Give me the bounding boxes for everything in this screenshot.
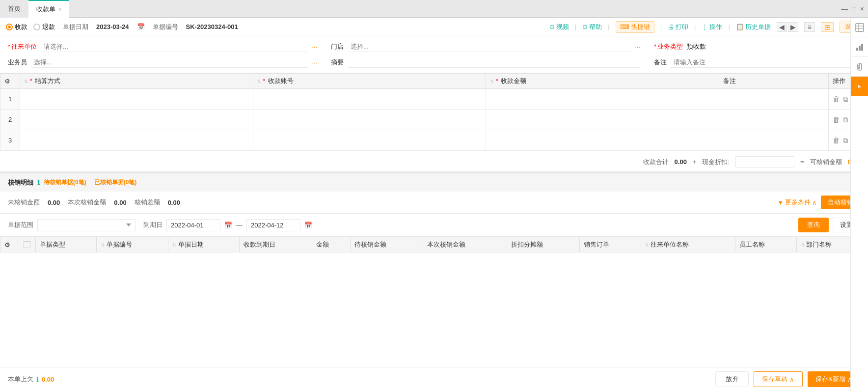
close-button[interactable]: × bbox=[860, 5, 864, 13]
bth-checkbox bbox=[18, 237, 36, 252]
range-label: 单据范围 bbox=[8, 221, 33, 229]
radio-receipt-dot bbox=[6, 24, 13, 30]
calendar-icon[interactable]: 📅 bbox=[137, 23, 145, 30]
search-row: 单据范围 到期日 📅 — 📅 查询 设置 bbox=[0, 214, 868, 237]
bth-settings[interactable]: ⚙ bbox=[0, 237, 18, 252]
due-label: 到期日 bbox=[143, 221, 163, 229]
footer: 本单上欠 ℹ 0.00 放弃 保存草稿 ∧ 保存&新增 ∧ bbox=[0, 367, 868, 391]
verify-info-icon[interactable]: ℹ bbox=[37, 179, 40, 186]
remark-input[interactable] bbox=[671, 57, 860, 68]
radio-receipt[interactable]: 收款 bbox=[6, 23, 27, 31]
total-value: 0.00 bbox=[675, 158, 687, 166]
copy-icon-2[interactable]: ⧉ bbox=[843, 115, 848, 124]
sidebar-cursor-icon[interactable] bbox=[851, 77, 868, 96]
nav-prev[interactable]: ◀ bbox=[777, 22, 787, 32]
th-amount: ⇅ * 收款金额 bbox=[486, 74, 719, 89]
th-settings[interactable]: ⚙ bbox=[0, 74, 20, 89]
bth-staff: 员工名称 bbox=[735, 237, 796, 252]
discard-button[interactable]: 放弃 bbox=[715, 371, 749, 387]
tab-close-icon[interactable]: × bbox=[58, 6, 61, 12]
radio-refund[interactable]: 退款 bbox=[33, 23, 55, 31]
main-content: 收款 退款 单据日期 2023-03-24 📅 单据编号 SK-20230324… bbox=[0, 18, 868, 391]
unverified-label: 未核销金额 bbox=[8, 198, 40, 207]
sidebar-clip-icon[interactable] bbox=[851, 57, 868, 77]
print-link[interactable]: 🖨 打印 bbox=[668, 23, 688, 31]
summary-input[interactable] bbox=[348, 57, 640, 68]
cell-settlement-3[interactable] bbox=[20, 130, 253, 151]
menu-icon[interactable]: ≡ bbox=[804, 22, 815, 32]
nav-next[interactable]: ▶ bbox=[788, 22, 798, 32]
verify-tab-pending[interactable]: 待核销单据(0笔) bbox=[44, 177, 86, 188]
delete-icon-3[interactable]: 🗑 bbox=[833, 136, 840, 144]
delete-icon-2[interactable]: 🗑 bbox=[833, 115, 840, 124]
history-link[interactable]: 📋 历史单据 bbox=[736, 23, 771, 31]
more-conditions-link[interactable]: ▼ 更多条件 ∧ bbox=[777, 198, 817, 207]
tab-active[interactable]: 收款单 × bbox=[28, 0, 69, 18]
cell-amount-2[interactable] bbox=[486, 110, 719, 130]
cell-account-3[interactable] bbox=[253, 130, 486, 151]
menu-grid-icon[interactable]: ⊞ bbox=[821, 22, 834, 32]
save-draft-button[interactable]: 保存草稿 ∧ bbox=[754, 371, 803, 387]
svg-rect-4 bbox=[856, 48, 858, 51]
delete-icon-1[interactable]: 🗑 bbox=[833, 95, 840, 103]
tab-bar: 首页 收款单 × — □ × bbox=[0, 0, 868, 18]
cell-account-1[interactable] bbox=[253, 89, 486, 110]
discount-input[interactable] bbox=[735, 156, 794, 168]
cell-remark-1[interactable] bbox=[719, 89, 829, 110]
video-link[interactable]: ⊙ 视频 bbox=[549, 23, 569, 31]
staff-more-icon[interactable]: ··· bbox=[312, 59, 317, 66]
shortcut-link[interactable]: ⌨ 快捷键 bbox=[616, 21, 654, 33]
query-button[interactable]: 查询 bbox=[798, 218, 829, 232]
toolbar: 收款 退款 单据日期 2023-03-24 📅 单据编号 SK-20230324… bbox=[0, 18, 868, 36]
tab-home[interactable]: 首页 bbox=[0, 0, 28, 18]
bth-amount: 金额 bbox=[312, 237, 351, 252]
select-all-checkbox[interactable] bbox=[24, 241, 30, 248]
staff-label: 业务员 bbox=[8, 58, 27, 67]
staff-input[interactable] bbox=[31, 57, 308, 68]
cell-remark-2[interactable] bbox=[719, 110, 829, 130]
copy-icon-1[interactable]: ⧉ bbox=[843, 95, 848, 104]
minimize-button[interactable]: — bbox=[841, 5, 848, 13]
help-link[interactable]: ⊙ 帮助 bbox=[582, 23, 602, 31]
verify-section-divider: 核销明细 ℹ 待核销单据(0笔) 已核销单据(0笔) bbox=[0, 171, 868, 192]
copy-icon-3[interactable]: ⧉ bbox=[843, 136, 848, 145]
filter-icon: ▼ bbox=[777, 199, 784, 206]
partner-input[interactable] bbox=[41, 41, 308, 52]
cell-account-2[interactable] bbox=[253, 110, 486, 130]
cell-remark-3[interactable] bbox=[719, 130, 829, 151]
sidebar-table-icon[interactable] bbox=[851, 18, 868, 37]
window-controls: — □ × bbox=[841, 5, 868, 13]
radio-refund-dot bbox=[33, 24, 40, 30]
bottom-table: ⚙ 单据类型 ⇅ 单据编号 bbox=[0, 237, 868, 252]
range-field: 单据范围 bbox=[8, 219, 136, 231]
draft-chevron-icon: ∧ bbox=[789, 376, 794, 383]
bottom-table-wrap: ⚙ 单据类型 ⇅ 单据编号 bbox=[0, 237, 868, 367]
maximize-button[interactable]: □ bbox=[852, 5, 856, 13]
shop-input[interactable] bbox=[348, 41, 631, 52]
date-start-calendar-icon[interactable]: 📅 bbox=[224, 222, 232, 229]
partner-more-icon[interactable]: ··· bbox=[312, 43, 317, 51]
cell-amount-1[interactable] bbox=[486, 89, 719, 110]
main-wrap: 收款 退款 单据日期 2023-03-24 📅 单据编号 SK-20230324… bbox=[0, 18, 868, 391]
operation-link[interactable]: ⋮ 操作 bbox=[702, 23, 722, 31]
content-with-sidebar: 收款 退款 单据日期 2023-03-24 📅 单据编号 SK-20230324… bbox=[0, 18, 868, 391]
bth-bill-no: ⇅ 单据编号 bbox=[97, 237, 168, 252]
partner-label: *往来单位 bbox=[8, 42, 37, 51]
date-start-input[interactable] bbox=[166, 219, 220, 231]
cell-amount-3[interactable] bbox=[486, 130, 719, 151]
shop-more-icon[interactable]: ··· bbox=[635, 43, 640, 51]
main-table: ⚙ ⇅ * 结算方式 ⇅ * 收款账号 bbox=[0, 73, 868, 151]
verifiable-label: 可核销金额 bbox=[810, 158, 842, 167]
verify-tabs: 待核销单据(0笔) 已核销单据(0笔) bbox=[44, 177, 136, 188]
staff-section: 业务员 ··· bbox=[8, 57, 317, 68]
equals-sign: = bbox=[800, 158, 804, 166]
sep4: | bbox=[694, 23, 696, 30]
cell-settlement-1[interactable] bbox=[20, 89, 253, 110]
sidebar-chart-icon[interactable] bbox=[851, 37, 868, 57]
verify-tab-done[interactable]: 已核销单据(0笔) bbox=[94, 177, 137, 188]
date-end-input[interactable] bbox=[246, 219, 300, 231]
range-select[interactable] bbox=[37, 219, 136, 231]
date-end-calendar-icon[interactable]: 📅 bbox=[304, 222, 312, 229]
cell-settlement-2[interactable] bbox=[20, 110, 253, 130]
discount-label: 现金折扣: bbox=[702, 158, 730, 167]
